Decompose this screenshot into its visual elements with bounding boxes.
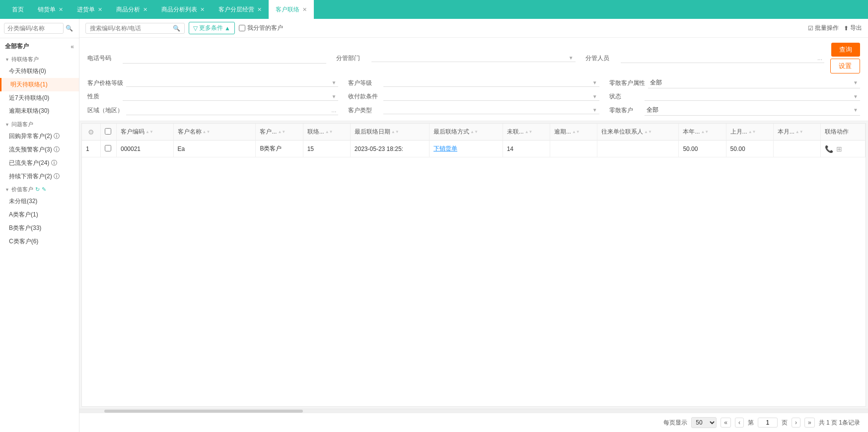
filter-scatter-customer-select[interactable]: 全部 ▼ bbox=[645, 105, 860, 116]
sidebar-item-lost-warning[interactable]: 流失预警客户(3) ⓘ bbox=[0, 143, 79, 156]
col-code[interactable]: 客户编码▲▼ bbox=[117, 124, 174, 141]
filter-row-4: 区域（地区） ... 客户类型 ▼ 零散客户 全部 bbox=[87, 105, 860, 116]
refresh-icon[interactable]: ↻ bbox=[35, 186, 40, 193]
nav-home[interactable]: 首页 bbox=[5, 0, 31, 19]
col-last-contact-date[interactable]: 最后联络日期▲▼ bbox=[350, 124, 429, 141]
chevron-down-icon-5: ▼ bbox=[331, 94, 336, 99]
close-goods-list-icon[interactable]: ✕ bbox=[200, 6, 205, 13]
col-type[interactable]: 客户...▲▼ bbox=[256, 124, 303, 141]
filter-status-select[interactable]: ▼ bbox=[645, 93, 860, 101]
nav-customer-contact[interactable]: 客户联络 ✕ bbox=[269, 0, 314, 19]
col-overdue[interactable]: 逾期...▲▼ bbox=[550, 124, 597, 141]
my-customers-checkbox-label[interactable]: 我分管的客户 bbox=[239, 24, 283, 32]
col-name[interactable]: 客户名称▲▼ bbox=[173, 124, 256, 141]
cell-this-year: 50.00 bbox=[679, 141, 726, 157]
close-purchase-icon[interactable]: ✕ bbox=[98, 6, 102, 13]
col-this-month[interactable]: 本月...▲▼ bbox=[773, 124, 820, 141]
reset-btn[interactable]: 设置 bbox=[830, 59, 860, 73]
row-checkbox[interactable] bbox=[105, 145, 111, 151]
total-record: 共 1 页 1条记录 bbox=[819, 419, 860, 427]
col-uncontacted[interactable]: 未联...▲▼ bbox=[503, 124, 550, 141]
filter-nature-select[interactable]: ▼ bbox=[123, 93, 338, 101]
first-page-btn[interactable]: « bbox=[721, 418, 731, 428]
sidebar-search-input[interactable] bbox=[4, 23, 64, 34]
horizontal-scrollbar[interactable] bbox=[79, 409, 868, 413]
phone-icon[interactable]: 📞 bbox=[825, 145, 833, 153]
filter-customer-type-select[interactable]: ▼ bbox=[383, 106, 599, 114]
col-last-month[interactable]: 上月...▲▼ bbox=[726, 124, 773, 141]
group-problem-customers: 问题客户 bbox=[0, 118, 79, 130]
page-number-input[interactable] bbox=[758, 418, 778, 428]
nav-sales[interactable]: 销货单 ✕ bbox=[31, 0, 70, 19]
more-filter-btn[interactable]: ▽ 更多条件 ▲ bbox=[189, 22, 235, 34]
col-checkbox[interactable] bbox=[101, 124, 117, 141]
chevron-down-icon-2: ▼ bbox=[331, 80, 336, 85]
dots-icon[interactable]: ... bbox=[817, 55, 822, 62]
close-customer-tier-icon[interactable]: ✕ bbox=[257, 6, 262, 13]
sidebar-item-a-class[interactable]: A类客户(1) bbox=[0, 208, 79, 221]
sidebar-item-repurchase-abnormal[interactable]: 回购异常客户(2) ⓘ bbox=[0, 130, 79, 143]
gear-icon[interactable]: ⚙ bbox=[86, 126, 96, 138]
sidebar-item-lost[interactable]: 已流失客户(24) ⓘ bbox=[0, 156, 79, 170]
filter-region-input[interactable]: ... bbox=[126, 106, 338, 115]
edit-value-icon[interactable]: ✎ bbox=[42, 186, 46, 193]
sidebar-item-7days[interactable]: 近7天待联络(0) bbox=[0, 91, 79, 105]
sort-icon-type: ▲▼ bbox=[278, 130, 286, 134]
next-page-btn[interactable]: › bbox=[792, 418, 800, 428]
collapse-icon[interactable]: « bbox=[71, 43, 74, 50]
sidebar-item-b-class[interactable]: B类客户(33) bbox=[0, 221, 79, 235]
filter-payment-label: 收付款条件 bbox=[348, 92, 380, 101]
search-input[interactable] bbox=[90, 25, 173, 32]
sidebar-search-icon[interactable]: 🔍 bbox=[66, 25, 73, 32]
filter-price-level-select[interactable]: ▼ bbox=[126, 79, 338, 87]
nav-purchase[interactable]: 进货单 ✕ bbox=[70, 0, 109, 19]
filter-panel: 电话号码 分管部门 ▼ 分管人员 ... bbox=[79, 38, 868, 121]
contact-type-link[interactable]: 下销货单 bbox=[434, 145, 457, 152]
col-contact-person[interactable]: 往来单位联系人▲▼ bbox=[597, 124, 679, 141]
sidebar-item-declining[interactable]: 持续下滑客户(2) ⓘ bbox=[0, 170, 79, 183]
scrollbar-thumb[interactable] bbox=[104, 410, 303, 413]
filter-person-input[interactable]: ... bbox=[621, 54, 824, 63]
filter-row-3: 性质 ▼ 收付款条件 ▼ 状态 bbox=[87, 92, 860, 101]
all-customers-title[interactable]: 全部客户 « bbox=[0, 38, 79, 53]
cell-checkbox[interactable] bbox=[101, 141, 117, 157]
col-last-contact-type[interactable]: 最后联络方式▲▼ bbox=[429, 124, 503, 141]
sort-icon-date: ▲▼ bbox=[391, 130, 399, 134]
col-settings[interactable]: ⚙ bbox=[82, 124, 101, 141]
cell-last-type[interactable]: 下销货单 bbox=[429, 141, 503, 157]
sidebar-item-ungroup[interactable]: 未分组(32) bbox=[0, 195, 79, 208]
region-dots-icon[interactable]: ... bbox=[331, 107, 336, 114]
sidebar-item-tomorrow[interactable]: 明天待联络(1) bbox=[0, 78, 79, 91]
close-customer-contact-icon[interactable]: ✕ bbox=[302, 6, 307, 13]
filter-customer-level-select[interactable]: ▼ bbox=[383, 79, 599, 87]
cell-this-month bbox=[773, 141, 820, 157]
close-sales-icon[interactable]: ✕ bbox=[59, 6, 63, 13]
chevron-down-icon-9: ▼ bbox=[853, 107, 858, 113]
filter-scatter-customer: 零散客户 全部 ▼ bbox=[609, 105, 860, 116]
sidebar-item-overdue[interactable]: 逾期未联络(30) bbox=[0, 104, 79, 118]
search-icon[interactable]: 🔍 bbox=[173, 25, 180, 32]
nav-goods-analysis[interactable]: 商品分析 ✕ bbox=[109, 0, 154, 19]
filter-phone-input[interactable] bbox=[123, 53, 326, 64]
sidebar-item-today[interactable]: 今天待联络(0) bbox=[0, 65, 79, 78]
filter-payment-select[interactable]: ▼ bbox=[383, 93, 599, 101]
query-btn[interactable]: 查询 bbox=[831, 43, 860, 57]
nav-customer-tier[interactable]: 客户分层经营 ✕ bbox=[212, 0, 269, 19]
close-goods-analysis-icon[interactable]: ✕ bbox=[143, 6, 147, 13]
export-btn[interactable]: ⬆ 导出 bbox=[844, 24, 862, 32]
filter-dept-select[interactable]: ▼ bbox=[371, 54, 575, 62]
filter-scatter-attr-select[interactable]: 全部 ▼ bbox=[648, 77, 860, 88]
last-page-btn[interactable]: » bbox=[804, 418, 815, 428]
col-this-year[interactable]: 本年...▲▼ bbox=[679, 124, 726, 141]
page-size-select[interactable]: 50 100 200 bbox=[691, 417, 717, 428]
table-footer: 每页显示 50 100 200 « ‹ 第 页 › » 共 1 页 1条记录 bbox=[79, 413, 868, 432]
nav-goods-list[interactable]: 商品分析列表 ✕ bbox=[154, 0, 212, 19]
select-all-checkbox[interactable] bbox=[105, 128, 111, 135]
grid-icon[interactable]: ⊞ bbox=[836, 145, 842, 153]
batch-op-btn[interactable]: ☑ 批量操作 bbox=[808, 24, 839, 32]
sidebar-item-c-class[interactable]: C类客户(6) bbox=[0, 235, 79, 248]
prev-page-btn[interactable]: ‹ bbox=[735, 418, 744, 428]
my-customers-checkbox[interactable] bbox=[239, 25, 245, 31]
col-contact-count[interactable]: 联络...▲▼ bbox=[303, 124, 350, 141]
chevron-down-icon: ▼ bbox=[569, 55, 574, 61]
